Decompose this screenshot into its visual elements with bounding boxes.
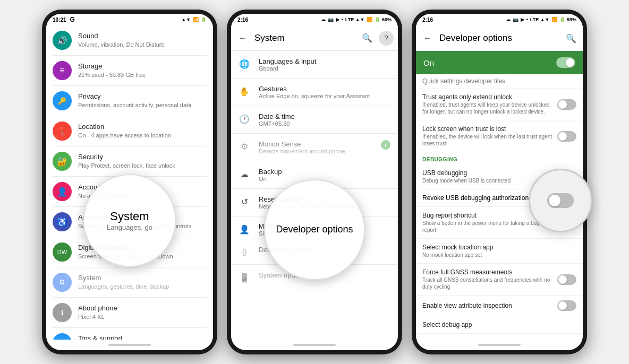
location-icon: 📍 <box>53 122 72 141</box>
developer-options-circle-overlay: Developer options <box>264 179 365 280</box>
lock-screen-trust-toggle[interactable] <box>557 131 576 142</box>
system-circle-overlay: System Languages, go <box>83 174 176 267</box>
back-button-2[interactable]: ← <box>235 31 250 46</box>
usb-toggle-in-circle[interactable] <box>547 193 574 208</box>
status-time-3: 2:16 <box>422 17 433 23</box>
trust-agents-toggle[interactable] <box>557 99 576 110</box>
nav-pill-2 <box>293 344 336 346</box>
security-icon: 🔐 <box>53 152 72 171</box>
dev-header-title: Developer options <box>439 33 559 44</box>
phone-3-nav <box>416 340 583 350</box>
phone-2-nav <box>231 340 398 350</box>
gestures-icon: ✋ <box>239 85 250 97</box>
search-button-2[interactable]: 🔍 <box>360 31 375 46</box>
accounts-icon: 👤 <box>53 182 72 201</box>
circle-title-1: System <box>110 210 149 223</box>
digital-wellbeing-icon: DW <box>53 242 72 262</box>
setting-tips[interactable]: ? Tips & support Help articles, phone & … <box>46 328 213 340</box>
ph2-languages[interactable]: 🌐 Languages & input Gboard <box>231 51 398 78</box>
storage-icon: ≡ <box>53 61 72 80</box>
status-time-1: 10:21 G <box>53 16 75 23</box>
setting-about-phone[interactable]: ℹ About phone Pixel 4 XL <box>46 298 213 327</box>
back-button-3[interactable]: ← <box>420 31 435 46</box>
nav-pill <box>108 344 151 346</box>
privacy-icon: 🔑 <box>53 91 72 110</box>
datetime-icon: 🕐 <box>239 113 250 125</box>
sound-icon: 🔊 <box>53 31 72 50</box>
languages-icon: 🌐 <box>239 58 250 70</box>
status-icons-1: ▲▼ 📶 🔋 <box>181 17 207 22</box>
setting-sound[interactable]: 🔊 Sound Volume, vibration, Do Not Distur… <box>46 25 213 55</box>
accessibility-icon: ♿ <box>53 212 72 231</box>
dev-item-gnss[interactable]: Force full GNSS measurements Track all G… <box>416 264 583 296</box>
reset-icon: ↺ <box>239 196 250 207</box>
setting-privacy[interactable]: 🔑 Privacy Permissions, account activity,… <box>46 86 213 116</box>
dev-item-lock-screen-trust[interactable]: Lock screen when trust is lost If enable… <box>416 120 583 152</box>
setting-storage[interactable]: ≡ Storage 21% used - 50.83 GB free <box>46 56 213 85</box>
ph2-gestures[interactable]: ✋ Gestures Active Edge on, squeeze for y… <box>231 79 398 106</box>
view-attr-toggle[interactable] <box>557 300 576 311</box>
dev-item-view-attr[interactable]: Enable view attribute inspection <box>416 296 583 316</box>
debugging-section-label: DEBUGGING <box>416 152 583 164</box>
system-icon: G <box>53 273 72 292</box>
dev-item-mock-location[interactable]: Select mock location app No mock locatio… <box>416 239 583 264</box>
phone-1: 10:21 G ▲▼ 📶 🔋 🔊 Sound Volume, vibration… <box>42 10 217 354</box>
phone-3: 2:16 ☁ 📷 ▶ • LTE ▲▼ 📶 🔋 59% ← Developer … <box>412 10 587 354</box>
dev-on-label: On <box>423 58 434 67</box>
phone-2: 2:16 ☁ 📷 ▶ • LTE ▲▼ 📶 🔋 60% ← System 🔍 ? <box>227 10 402 354</box>
ph2-motion-sense[interactable]: ⚙ Motion Sense Detects movement around p… <box>231 134 398 161</box>
usb-toggle-circle-overlay <box>529 169 592 232</box>
motion-sense-icon: ⚙ <box>239 141 250 152</box>
backup-icon: ☁ <box>239 168 250 180</box>
phone-1-status-bar: 10:21 G ▲▼ 📶 🔋 <box>46 14 213 25</box>
setting-security[interactable]: 🔐 Security Play Protect, screen lock, fa… <box>46 146 213 176</box>
dev-item-trust-agents[interactable]: Trust agents only extend unlock If enabl… <box>416 89 583 120</box>
google-logo: G <box>70 16 75 23</box>
phone-2-status-bar: 2:16 ☁ 📷 ▶ • LTE ▲▼ 📶 🔋 60% <box>231 14 398 25</box>
nav-pill-3 <box>478 344 521 346</box>
phone-3-header: ← Developer options 🔍 <box>416 25 583 51</box>
circle-title-2: Developer options <box>270 224 358 236</box>
status-time-2: 2:16 <box>237 17 248 23</box>
toggle-thumb-on <box>566 58 574 67</box>
dev-options-icon: {} <box>239 246 250 258</box>
about-icon: ℹ <box>53 303 72 322</box>
tips-icon: ? <box>53 333 72 340</box>
dev-on-bar: On <box>416 51 583 74</box>
system-update-icon: 📱 <box>239 272 250 283</box>
topbar-title-2: System <box>254 33 355 44</box>
help-button-2[interactable]: ? <box>379 31 394 46</box>
users-icon: 👤 <box>239 223 250 235</box>
status-icons-2: ☁ 📷 ▶ • LTE ▲▼ 📶 🔋 60% <box>321 17 392 22</box>
circle-subtitle-1: Languages, go <box>107 223 152 231</box>
dev-on-toggle[interactable] <box>556 57 575 68</box>
ph2-datetime[interactable]: 🕐 Date & time GMT+05:30 <box>231 106 398 133</box>
status-icons-3: ☁ 📷 ▶ • LTE ▲▼ 📶 🔋 59% <box>506 17 576 22</box>
setting-location[interactable]: 📍 Location On - 4 apps have access to lo… <box>46 116 213 146</box>
phone-2-topbar: ← System 🔍 ? <box>231 25 398 51</box>
dev-item-debug-app[interactable]: Select debug app <box>416 316 583 334</box>
phone-1-nav <box>46 340 213 350</box>
gnss-toggle[interactable] <box>557 274 576 285</box>
search-button-3[interactable]: 🔍 <box>564 31 579 46</box>
dev-item-quick-settings[interactable]: Quick settings developer tiles <box>416 74 583 89</box>
setting-system[interactable]: G System Languages, gestures, time, back… <box>46 267 213 297</box>
phone-3-status-bar: 2:16 ☁ 📷 ▶ • LTE ▲▼ 📶 🔋 59% <box>416 14 583 25</box>
info-badge: i <box>381 140 390 150</box>
